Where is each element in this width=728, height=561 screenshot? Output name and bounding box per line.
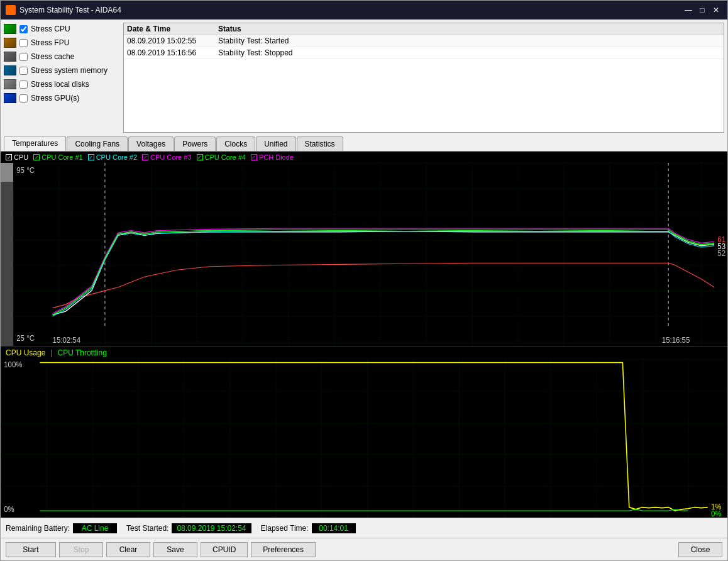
svg-rect-1	[13, 163, 727, 346]
stress-cpu-item: Stress CPU	[4, 23, 120, 35]
temp-chart-legend: CPU CPU Core #1 CPU Core #2 CPU Core #3	[1, 152, 727, 163]
cpu-throttling-title: CPU Throttling	[57, 348, 106, 357]
maximize-button[interactable]: □	[696, 4, 709, 16]
stress-system-memory-icon	[4, 65, 16, 75]
stress-local-disks-icon	[4, 79, 16, 89]
main-content: Stress CPU Stress FPU Stress cache Stres…	[1, 19, 727, 560]
close-button[interactable]: Close	[678, 542, 722, 557]
stress-system-memory-checkbox[interactable]	[19, 67, 28, 75]
svg-text:0%: 0%	[711, 509, 722, 518]
stress-local-disks-checkbox[interactable]	[19, 81, 28, 89]
battery-info: Remaining Battery: AC Line	[6, 523, 117, 533]
usage-chart-title-bar: CPU Usage | CPU Throttling	[1, 347, 727, 359]
svg-text:52: 52	[717, 249, 725, 257]
legend-cpu-core4-check[interactable]	[197, 154, 203, 160]
stress-fpu-icon	[4, 38, 16, 48]
tab-clocks[interactable]: Clocks	[216, 136, 255, 151]
svg-text:25 °C: 25 °C	[16, 334, 35, 342]
title-bar-left: System Stability Test - AIDA64	[6, 5, 121, 15]
stress-local-disks-label: Stress local disks	[31, 80, 89, 89]
elapsed-info: Elapsed Time: 00:14:01	[261, 523, 356, 533]
legend-cpu-core3: CPU Core #3	[142, 153, 191, 161]
legend-pch-diode-check[interactable]	[251, 154, 257, 160]
tab-powers[interactable]: Powers	[174, 136, 216, 151]
battery-label: Remaining Battery:	[6, 524, 70, 533]
title-bar-controls: — □ ✕	[682, 4, 722, 16]
stop-button[interactable]: Stop	[59, 542, 103, 557]
app-icon	[6, 5, 16, 15]
tab-statistics[interactable]: Statistics	[297, 136, 343, 151]
minimize-button[interactable]: —	[682, 4, 695, 16]
temp-chart-svg-wrapper: 95 °C 25 °C 15:02:54 15:16:55	[13, 163, 727, 346]
legend-cpu-core1-check[interactable]	[33, 154, 40, 160]
tabs-bar: Temperatures Cooling Fans Voltages Power…	[1, 136, 727, 151]
left-buttons: Start Stop Clear Save CPUID Preferences	[6, 542, 316, 557]
svg-text:15:16:55: 15:16:55	[662, 335, 690, 343]
clear-button[interactable]: Clear	[106, 542, 150, 557]
log-datetime-1: 08.09.2019 15:02:55	[127, 36, 218, 45]
legend-cpu-core4-label: CPU Core #4	[205, 153, 246, 161]
stress-local-disks-item: Stress local disks	[4, 78, 120, 91]
svg-text:95 °C: 95 °C	[16, 166, 35, 174]
usage-chart-svg: 100% 0% 1% 0%	[1, 359, 727, 518]
legend-pch-diode-label: PCH Diode	[259, 153, 294, 161]
stress-fpu-checkbox[interactable]	[19, 39, 28, 47]
top-section: Stress CPU Stress FPU Stress cache Stres…	[1, 19, 727, 136]
svg-marker-0	[8, 6, 13, 14]
cpu-usage-title: CPU Usage	[6, 348, 45, 357]
action-bar: Start Stop Clear Save CPUID Preferences …	[1, 538, 727, 560]
window-close-button[interactable]: ✕	[710, 4, 722, 16]
title-bar: System Stability Test - AIDA64 — □ ✕	[1, 1, 727, 19]
tab-cooling-fans[interactable]: Cooling Fans	[67, 136, 128, 151]
log-row-1: 08.09.2019 15:02:55 Stability Test: Star…	[124, 35, 724, 47]
elapsed-value: 00:14:01	[312, 523, 356, 533]
stress-cpu-label: Stress CPU	[31, 25, 70, 33]
svg-text:0%: 0%	[4, 505, 14, 513]
svg-text:100%: 100%	[4, 360, 23, 369]
log-datetime-2: 08.09.2019 15:16:56	[127, 48, 218, 57]
stress-system-memory-label: Stress system memory	[31, 66, 108, 75]
temp-chart-svg: 95 °C 25 °C 15:02:54 15:16:55	[13, 163, 727, 346]
legend-pch-diode: PCH Diode	[251, 153, 294, 161]
stress-gpus-checkbox[interactable]	[19, 94, 28, 103]
stress-fpu-item: Stress FPU	[4, 36, 120, 49]
tab-temperatures[interactable]: Temperatures	[4, 136, 66, 151]
temp-scroll-bar[interactable]	[1, 163, 13, 346]
stress-gpus-item: Stress GPU(s)	[4, 92, 120, 104]
legend-cpu-core2-label: CPU Core #2	[96, 153, 137, 161]
legend-cpu-check[interactable]	[6, 154, 12, 160]
start-button[interactable]: Start	[6, 542, 56, 557]
preferences-button[interactable]: Preferences	[251, 542, 316, 557]
log-row-2: 08.09.2019 15:16:56 Stability Test: Stop…	[124, 47, 724, 59]
usage-chart-area: CPU Usage | CPU Throttling	[1, 347, 727, 518]
stress-cpu-icon	[4, 24, 16, 34]
test-started-info: Test Started: 08.09.2019 15:02:54	[126, 523, 251, 533]
tab-voltages[interactable]: Voltages	[128, 136, 174, 151]
legend-cpu-core3-label: CPU Core #3	[150, 153, 191, 161]
save-button[interactable]: Save	[153, 542, 197, 557]
legend-cpu-core3-check[interactable]	[142, 154, 148, 160]
bottom-status-bar: Remaining Battery: AC Line Test Started:…	[1, 518, 727, 538]
tab-unified[interactable]: Unified	[256, 136, 295, 151]
legend-cpu-core2-check[interactable]	[88, 154, 94, 160]
window-title: System Stability Test - AIDA64	[19, 6, 121, 14]
test-started-value: 08.09.2019 15:02:54	[172, 523, 251, 533]
divider: |	[50, 348, 52, 357]
legend-cpu-core1: CPU Core #1	[33, 153, 82, 161]
temp-chart-container: 95 °C 25 °C 15:02:54 15:16:55	[1, 163, 727, 346]
legend-cpu: CPU	[6, 153, 28, 161]
battery-value: AC Line	[73, 523, 117, 533]
stress-cpu-checkbox[interactable]	[19, 25, 28, 33]
charts-section: CPU CPU Core #1 CPU Core #2 CPU Core #3	[1, 152, 727, 518]
stress-cache-checkbox[interactable]	[19, 53, 28, 61]
main-window: System Stability Test - AIDA64 — □ ✕ Str…	[0, 0, 728, 561]
cpuid-button[interactable]: CPUID	[201, 542, 248, 557]
legend-cpu-core1-label: CPU Core #1	[41, 153, 82, 161]
log-status-2: Stability Test: Stopped	[218, 48, 720, 57]
log-panel: Date & Time Status 08.09.2019 15:02:55 S…	[123, 23, 724, 133]
temp-scroll-thumb[interactable]	[1, 163, 13, 182]
stress-options-panel: Stress CPU Stress FPU Stress cache Stres…	[4, 23, 120, 133]
log-header: Date & Time Status	[124, 23, 724, 35]
legend-cpu-core4: CPU Core #4	[197, 153, 246, 161]
stress-gpus-label: Stress GPU(s)	[31, 94, 79, 103]
